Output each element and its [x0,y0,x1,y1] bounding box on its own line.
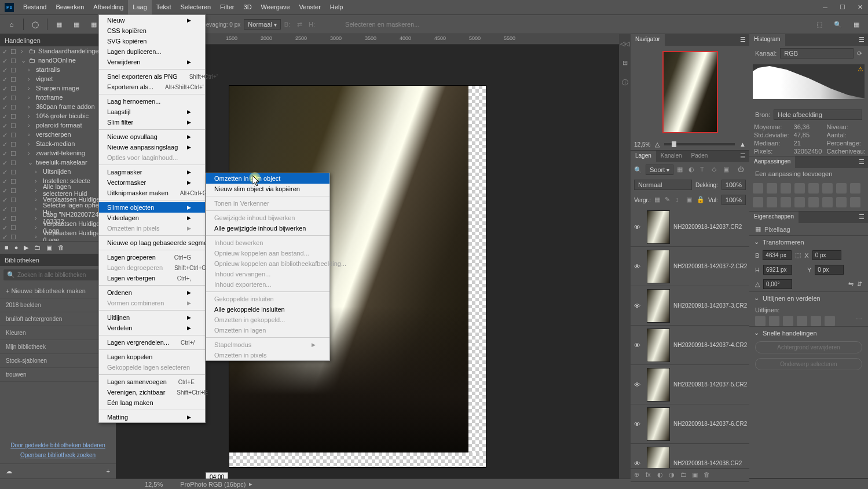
mask-icon[interactable]: ◐ [657,471,665,479]
lock-all-icon[interactable]: 🔒 [697,196,705,204]
adjustment-preset-icon[interactable] [808,197,819,207]
menu-item[interactable]: Lagen samenvoegenCtrl+E [99,377,205,387]
style-select[interactable]: Normaal ▾ [244,19,280,30]
layer-thumbnail[interactable] [647,368,670,402]
group-icon[interactable]: 🗀 [680,471,688,479]
filter-adj-icon[interactable]: ◐ [688,166,697,174]
panel-menu-icon[interactable]: ☰ [855,34,868,46]
home-icon[interactable]: ⌂ [6,19,17,30]
search-icon[interactable]: 🔍 [832,19,844,30]
adjustment-preset-icon[interactable] [822,197,833,207]
zoom-out-icon[interactable]: △ [655,141,660,148]
source-select[interactable]: Hele afbeelding [774,110,862,120]
menu-item[interactable]: Laagstijl▶ [99,107,205,117]
adjustment-preset-icon[interactable] [808,183,819,194]
layer-row[interactable]: 👁NH20200918-142037.CR2 [631,207,749,247]
y-input[interactable] [815,265,844,275]
menu-item[interactable]: Lagen verbergenCtrl+, [99,273,205,283]
menu-item[interactable]: Lagen groeperenCtrl+G [99,252,205,262]
menu-item[interactable]: Lagen koppelen [99,352,205,362]
menu-selecteren[interactable]: Selecteren [175,0,215,14]
adjustment-preset-icon[interactable] [822,183,833,194]
align-center-v-icon[interactable] [811,316,821,326]
menu-afbeelding[interactable]: Afbeelding [89,0,128,14]
new-layer-icon[interactable]: ▣ [692,471,700,479]
layer-name[interactable]: NH20200918-142037-3.CR2 [673,302,747,309]
zoom-thumb-icon[interactable] [672,141,676,147]
menu-item[interactable]: Uitlijnen▶ [99,312,205,323]
submenu-item[interactable]: Nieuw slim object via kopiëren [206,184,329,194]
warning-icon[interactable]: ⚠ [858,65,863,73]
menu-item[interactable]: Verenigen, zichtbaarShift+Ctrl+E [99,387,205,397]
adjustment-preset-icon[interactable] [836,183,847,194]
adjustment-preset-icon[interactable] [767,183,777,194]
layer-row[interactable]: 👁NH20200918-142037-3.CR2 [631,286,749,326]
align-top-icon[interactable] [797,316,807,326]
remove-bg-button[interactable]: Achtergrond verwijderen [755,341,862,353]
adjustments-tab[interactable]: Aanpassingen [749,156,795,168]
layer-row[interactable]: 👁NH20200918-142037-2.CR2 [631,247,749,286]
align-left-icon[interactable] [755,316,766,326]
transform-section[interactable]: ⌄Transformeren [749,235,868,248]
select-mask-button[interactable]: Selecteren en maskeren... [345,21,419,28]
menu-item[interactable]: Matting▶ [99,412,205,422]
visibility-icon[interactable]: 👁 [634,381,643,388]
adjustment-preset-icon[interactable] [850,197,860,207]
mode-sub-icon[interactable]: ▦ [88,19,100,30]
layer-name[interactable]: NH20200918-142037-2.CR2 [673,263,747,269]
layers-tab-paden[interactable]: Paden [687,151,713,162]
new-action-icon[interactable]: ▣ [46,244,52,251]
menu-item[interactable]: Lagen vergrendelen...Ctrl+/ [99,337,205,348]
maximize-icon[interactable]: ☐ [839,4,846,11]
visibility-icon[interactable]: 👁 [634,342,643,349]
quick-actions-section[interactable]: ⌄Snelle handelingen [749,326,868,339]
minimize-icon[interactable]: ─ [822,4,829,11]
adjustment-preset-icon[interactable] [781,183,791,194]
lock-pos-icon[interactable]: ↕ [675,196,682,204]
adjustment-preset-icon[interactable] [850,183,860,194]
cloud-icon[interactable]: ☁ [6,468,12,475]
layer-name[interactable]: NH20200918-142037-6.CR2 [673,421,747,427]
align-center-h-icon[interactable] [769,316,779,326]
more-options-icon[interactable]: ⋯ [856,316,862,326]
filter-type-select[interactable]: Soort ▾ [646,165,673,175]
menu-filter[interactable]: Filter [215,0,239,14]
navigator-content[interactable] [631,46,749,138]
adjustment-preset-icon[interactable] [836,197,847,207]
flip-v-icon[interactable]: ⇵ [857,280,862,288]
fx-icon[interactable]: fx [646,471,654,479]
refresh-icon[interactable]: ⟳ [857,50,862,57]
menu-item[interactable]: Nieuwe opvullaag▶ [99,132,205,142]
fill-input[interactable]: 100% [721,195,746,205]
menu-item[interactable]: Nieuw▶ [99,15,205,25]
public-library-link[interactable]: Openbare bibliotheek zoeken [3,450,112,460]
channel-select[interactable]: RGB [780,48,854,59]
visibility-icon[interactable]: 👁 [634,302,643,309]
align-right-icon[interactable] [783,316,793,326]
adjustment-preset-icon[interactable] [794,183,805,194]
layer-thumbnail[interactable] [647,250,670,283]
align-section[interactable]: ⌄Uitlijnen en verdelen [749,291,868,304]
adjustment-preset-icon[interactable] [767,197,777,207]
trash-icon[interactable]: 🗑 [704,471,712,479]
info-icon[interactable]: ⓘ [622,78,628,87]
x-input[interactable] [812,250,841,260]
menu-item[interactable]: Videolagen▶ [99,213,205,223]
layer-name[interactable]: NH20200918-142037.CR2 [673,224,742,230]
visibility-icon[interactable]: 👁 [634,224,643,231]
menu-laag[interactable]: Laag [128,0,151,14]
share-icon[interactable]: ⬚ [814,19,825,30]
layer-name[interactable]: NH20200918-142037-4.CR2 [673,342,747,348]
menu-item[interactable]: Uitknipmasker makenAlt+Ctrl+G [99,188,205,198]
filter-toggle-icon[interactable]: ⏻ [738,166,746,174]
filter-pixel-icon[interactable]: ▦ [677,166,685,174]
layers-tab-lagen[interactable]: Lagen [631,151,656,162]
adjustment-preset-icon[interactable] [781,197,791,207]
properties-icon[interactable]: ⊞ [622,59,628,67]
add-icon[interactable]: + [107,468,110,475]
panel-menu-icon[interactable]: ☰ [737,151,749,162]
close-icon[interactable]: ✕ [856,4,863,11]
lock-artboard-icon[interactable]: ▣ [686,196,693,204]
layer-name[interactable]: NH20200918-142037-5.CR2 [673,381,747,388]
panel-menu-icon[interactable]: ☰ [855,211,868,223]
